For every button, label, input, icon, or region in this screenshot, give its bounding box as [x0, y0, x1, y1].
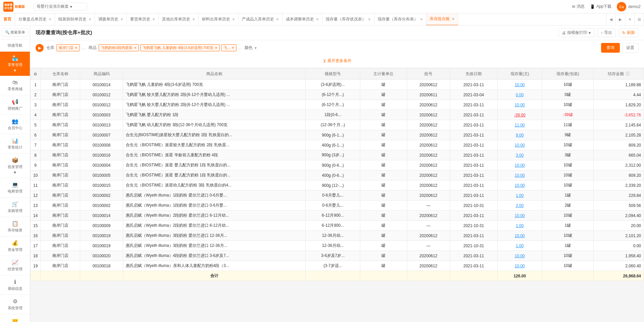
tab-2-close[interactable]: ✕ — [89, 17, 91, 21]
tab-6[interactable]: 材料出库单历史 ✕ — [199, 13, 238, 25]
tab-home[interactable]: 首页 — [0, 13, 15, 25]
tab-10-close[interactable]: ✕ — [420, 17, 423, 21]
cell-batch: 20200612 — [407, 140, 450, 150]
export-btn[interactable]: ↑ 导出 — [597, 28, 616, 37]
tab-4[interactable]: 要货单历史 ✕ — [127, 13, 159, 25]
cell-expire: 2021-03-11 — [450, 191, 497, 201]
sidebar-item-mall[interactable]: 🛍 零售商城 — [0, 76, 30, 95]
sidebar-item-retail-stats[interactable]: 📊 零售统计 — [0, 134, 30, 154]
user-profile[interactable]: Ea demo2 — [617, 2, 641, 11]
sidebar-item-inventory[interactable]: 📋 库存核算 — [0, 217, 30, 236]
tab-9-close[interactable]: ✕ — [368, 17, 371, 21]
sidebar-item-business[interactable]: 📈 经营管理 — [0, 256, 30, 275]
cell-amount: 2,339.20 — [594, 180, 644, 191]
filter-expand-btn[interactable]: ▶ — [36, 44, 44, 52]
tab-7[interactable]: 产成品入库单历史 ✕ — [238, 13, 282, 25]
tab-next-arrow[interactable]: ▶ — [616, 13, 625, 25]
tab-11[interactable]: 库存批次账 ✕ — [426, 13, 458, 25]
table-row: 9 南岸门店 00100004 合生元（BIOSTIME）派星 婴儿配方奶粉 1… — [31, 160, 644, 170]
cell-amount: 229.84 — [594, 191, 644, 201]
tab-maximize-arrow[interactable]: ⊞ — [635, 13, 644, 25]
cell-spec: 6-12月900... — [306, 221, 360, 231]
product-tag-1-close[interactable]: ✕ — [134, 46, 137, 50]
tab-3[interactable]: 调拨单历史 ✕ — [95, 13, 127, 25]
cell-no: 12 — [31, 191, 41, 201]
sidebar-item-retail[interactable]: 🏪 零售管理 ▼ — [0, 52, 30, 76]
sidebar-item-basic[interactable]: ℹ 基础信息 — [0, 275, 30, 295]
warehouse-tags: 南岸门店 ✕ — [56, 44, 80, 51]
cell-no: 4 — [31, 110, 41, 120]
cell-qty-main: 1.00 — [497, 191, 542, 201]
product-tag-3-close[interactable]: ✕ — [231, 46, 234, 50]
footer-empty-1 — [31, 271, 41, 281]
cell-expire: 2021-03-11 — [450, 261, 497, 271]
sidebar-item-purchase[interactable]: 🛒 采购管理 — [0, 198, 30, 217]
wholesale-icon: 📦 — [12, 157, 18, 163]
search-query-btn[interactable]: 查询 — [601, 43, 620, 53]
th-qty-main: 现存量(主) — [497, 68, 542, 80]
th-settings[interactable]: ⚙ — [31, 68, 41, 80]
tab-2[interactable]: 组装拆卸单历史 ✕ — [55, 13, 95, 25]
setting-btn[interactable]: 设置 — [622, 43, 639, 53]
tab-9[interactable]: 现存量（库存状况表） ✕ — [322, 13, 374, 25]
tab-8[interactable]: 成本调整单历史 ✕ — [282, 13, 322, 25]
table-row: 2 南岸门店 00100012 飞鹤星飞帆 较大婴儿配方奶粉 2段(6-12个月… — [31, 90, 644, 100]
warehouse-tag-1-close[interactable]: ✕ — [75, 46, 77, 50]
tab-5-close[interactable]: ✕ — [192, 17, 195, 21]
sidebar-item-marketing[interactable]: 📢 营销推广 — [0, 95, 30, 115]
color-dropdown-icon[interactable]: ▾ — [255, 46, 257, 50]
tab-10[interactable]: 现存量（库存分布表） ✕ — [374, 13, 426, 25]
sidebar-item-system[interactable]: ⚙ 系统管理 — [0, 295, 30, 314]
cell-warehouse: 南岸门店 — [41, 90, 80, 100]
cell-code: 00100018 — [80, 261, 123, 271]
expand-more-btn[interactable]: ⊻ 展开更多条件 — [36, 57, 639, 65]
tab-1-close[interactable]: ✕ — [49, 17, 51, 21]
tab-6-close[interactable]: ✕ — [232, 17, 235, 21]
sidebar-item-retail-stats-label: 零售统计 — [8, 145, 22, 150]
sidebar-item-collab[interactable]: 🤝 企业协同 — [0, 314, 30, 322]
message-btn[interactable]: ✉ 消息 — [572, 4, 585, 9]
cell-name: 合生元（BIOSTIME）派星幼儿配方奶粉 3段 乳铁蛋白的4... — [123, 180, 306, 191]
tab-4-close[interactable]: ✕ — [152, 17, 155, 21]
workspace-selector[interactable]: 母婴行业演示账套 ▾ — [34, 3, 87, 10]
wholesale-expand-icon: ▼ — [13, 170, 17, 174]
cell-spec: 900g (12-...) — [306, 180, 360, 191]
sidebar-item-finance[interactable]: 💰 资金管理 — [0, 236, 30, 256]
table-row: 5 南岸门店 00100013 飞鹤星飞帆 幼儿配方奶粉 3段(12-36个月幼… — [31, 120, 644, 130]
tab-3-close[interactable]: ✕ — [120, 17, 123, 21]
warehouse-more[interactable]: … — [82, 46, 86, 50]
app-download-btn[interactable]: 📱 App下载 — [590, 4, 611, 9]
ecommerce-icon: 💻 — [12, 181, 18, 188]
cell-unit: 罐 — [360, 191, 407, 201]
quick-nav-btn[interactable]: 快捷导航 — [1, 42, 29, 49]
sidebar-item-ecommerce[interactable]: 💻 电商管理 — [0, 178, 30, 198]
cell-qty-main: 2.00 — [497, 201, 542, 211]
cell-qty-pkg: 10罐 — [542, 100, 594, 110]
tab-7-close[interactable]: ✕ — [276, 17, 279, 21]
product-more[interactable]: … — [238, 46, 242, 50]
cell-warehouse: 南岸门店 — [41, 211, 80, 221]
product-tag-2-close[interactable]: ✕ — [215, 46, 217, 50]
tab-prev-arrow[interactable]: ◀ — [606, 13, 616, 25]
cell-qty-pkg: 2罐 — [542, 201, 594, 211]
search-menu-btn[interactable]: 🔍 搜索英单 — [1, 28, 29, 37]
tab-5[interactable]: 其他出库单历史 ✕ — [159, 13, 199, 25]
sidebar-item-members[interactable]: 👥 会员中心 — [0, 115, 30, 134]
product-filter: 商品 飞鹤奶粉3段丙搭装 ✕ 飞鹤星飞帆 儿童奶粉 4段(3-6岁适用) 700… — [89, 44, 242, 51]
table-row: 17 南岸门店 00100019 惠氏启赋（Wyeth illuma）3段奶粉 … — [31, 241, 644, 251]
tab-8-close[interactable]: ✕ — [316, 17, 319, 21]
cell-warehouse: 南岸门店 — [41, 170, 80, 180]
sidebar-item-wholesale[interactable]: 📦 批发管理 ▼ — [0, 154, 30, 178]
tab-1[interactable]: 分量盘点单历史 ✕ — [15, 13, 55, 25]
print-btn[interactable]: 🖨 按模板打印 ▾ — [558, 28, 594, 37]
cell-spec: 900g (0-6...) — [306, 160, 360, 170]
cell-no: 14 — [31, 211, 41, 221]
amount-info-icon[interactable]: ⓘ — [626, 71, 630, 76]
cell-name: 合生元（BIOSTIME）派星 婴儿配方奶粉 1段 乳铁蛋白的... — [123, 170, 306, 180]
tab-11-close[interactable]: ✕ — [452, 17, 454, 21]
tab-close-arrow[interactable]: ✕ — [625, 13, 635, 25]
cell-batch: — — [407, 201, 450, 211]
app-download-label: App下载 — [596, 4, 611, 9]
cell-qty-pkg: -39罐 — [542, 110, 594, 120]
refresh-btn[interactable]: ↻ 刷新 — [619, 28, 639, 37]
